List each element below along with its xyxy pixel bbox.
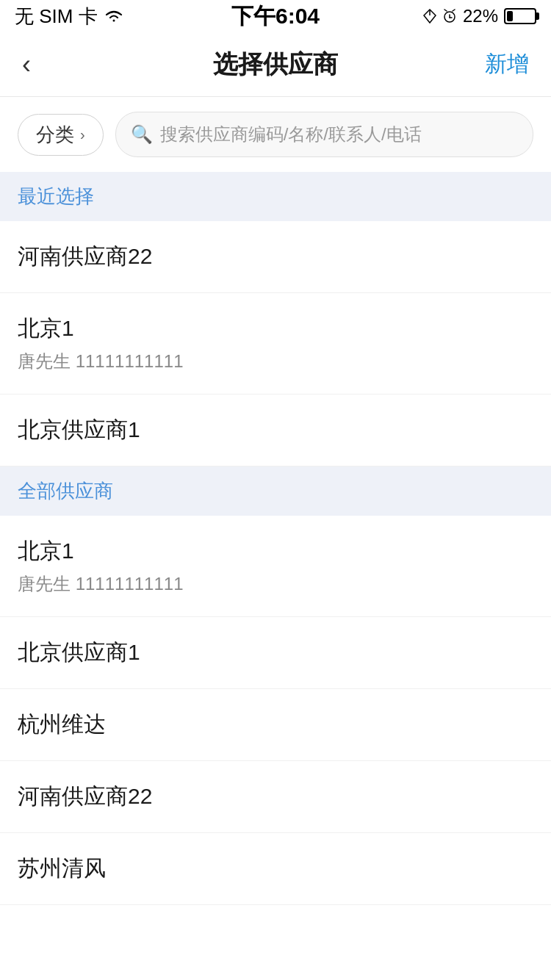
svg-line-3 xyxy=(444,10,447,11)
list-item[interactable]: 河南供应商22 xyxy=(0,221,551,293)
all-items-list: 北京1 唐先生 11111111111 北京供应商1 杭州维达 河南供应商22 … xyxy=(0,516,551,905)
status-time: 下午6:04 xyxy=(231,1,320,32)
chevron-right-icon: › xyxy=(80,126,85,143)
status-bar: 无 SIM 卡 下午6:04 22% xyxy=(0,0,551,32)
item-name: 苏州清风 xyxy=(18,854,533,884)
carrier-text: 无 SIM 卡 xyxy=(15,4,98,29)
back-button[interactable]: ‹ xyxy=(22,49,66,80)
all-section-label: 全部供应商 xyxy=(18,480,113,502)
item-name: 北京1 xyxy=(18,536,533,566)
category-label: 分类 xyxy=(36,122,74,148)
item-name: 北京供应商1 xyxy=(18,638,533,668)
item-name: 北京1 xyxy=(18,314,533,344)
item-contact: 唐先生 11111111111 xyxy=(18,572,533,596)
search-icon: 🔍 xyxy=(131,124,153,145)
search-box[interactable]: 🔍 搜索供应商编码/名称/联系人/电话 xyxy=(115,112,533,157)
battery-icon xyxy=(504,8,536,24)
list-item[interactable]: 河南供应商22 xyxy=(0,761,551,833)
list-item[interactable]: 北京1 唐先生 11111111111 xyxy=(0,293,551,394)
list-item[interactable]: 北京1 唐先生 11111111111 xyxy=(0,516,551,617)
list-item[interactable]: 杭州维达 xyxy=(0,689,551,761)
filter-bar: 分类 › 🔍 搜索供应商编码/名称/联系人/电话 xyxy=(0,97,551,172)
item-name: 北京供应商1 xyxy=(18,415,533,445)
item-name: 河南供应商22 xyxy=(18,782,533,812)
battery-percent: 22% xyxy=(463,6,498,26)
search-placeholder: 搜索供应商编码/名称/联系人/电话 xyxy=(160,123,422,146)
list-item[interactable]: 北京供应商1 xyxy=(0,394,551,466)
status-right: 22% xyxy=(423,6,536,26)
all-section-header: 全部供应商 xyxy=(0,466,551,516)
category-button[interactable]: 分类 › xyxy=(18,114,104,156)
alarm-icon xyxy=(442,9,457,24)
item-name: 河南供应商22 xyxy=(18,242,533,272)
item-name: 杭州维达 xyxy=(18,710,533,740)
page-title: 选择供应商 xyxy=(213,48,338,82)
recent-section-header: 最近选择 xyxy=(0,172,551,221)
list-item[interactable]: 北京供应商1 xyxy=(0,617,551,689)
add-button[interactable]: 新增 xyxy=(485,49,529,79)
recent-section-label: 最近选择 xyxy=(18,185,94,207)
wifi-icon xyxy=(104,9,124,24)
battery-fill xyxy=(507,11,513,21)
list-item[interactable]: 苏州清风 xyxy=(0,833,551,905)
location-icon xyxy=(423,9,436,24)
item-contact: 唐先生 11111111111 xyxy=(18,350,533,373)
recent-items-list: 河南供应商22 北京1 唐先生 11111111111 北京供应商1 xyxy=(0,221,551,466)
svg-line-4 xyxy=(453,10,455,11)
nav-bar: ‹ 选择供应商 新增 xyxy=(0,32,551,97)
status-carrier: 无 SIM 卡 xyxy=(15,4,124,29)
